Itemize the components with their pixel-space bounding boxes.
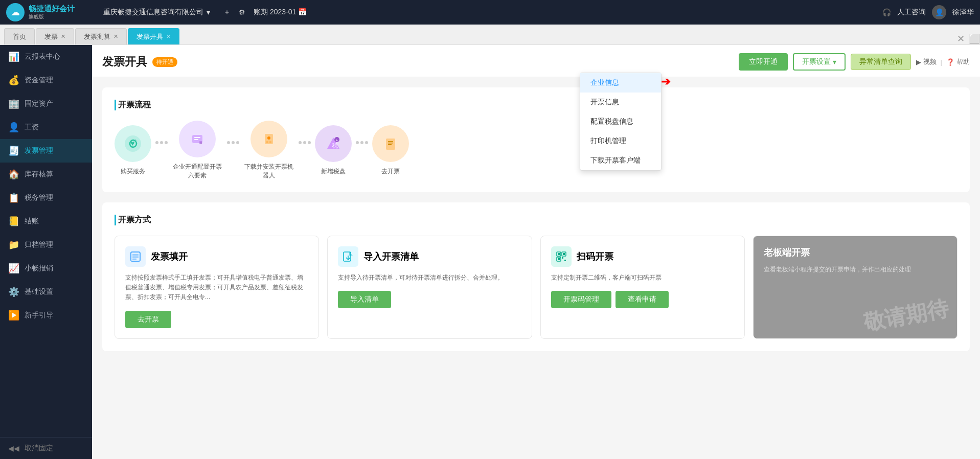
dropdown-item-download[interactable]: 下载开票客户端 (580, 151, 661, 170)
import-button[interactable]: 导入清单 (338, 291, 391, 308)
fill-title: 发票填开 (151, 250, 188, 263)
header-actions: 立即开通 开票设置 ▾ 企业信息 ➔ 开票信息 (739, 53, 970, 71)
accounting-icon: 📒 (8, 216, 19, 227)
tab-open-invoice[interactable]: 发票开具 ✕ (128, 28, 179, 44)
guide-icon: ▶️ (8, 310, 19, 321)
dropdown-item-tax-disk[interactable]: 配置税盘信息 (580, 112, 661, 131)
config-label: 企业开通配置开票六要素 (172, 163, 223, 180)
settings-icon[interactable]: ⚙ (239, 8, 245, 16)
sidebar-bottom: ◀◀ 取消固定 (0, 437, 92, 459)
download-label: 下载并安装开票机器人 (243, 163, 294, 180)
content-area: 发票开具 待开通 立即开通 开票设置 ▾ 企业信息 ➔ (92, 45, 980, 459)
svg-point-8 (267, 136, 270, 140)
sidebar-item-report[interactable]: 📈 小畅报销 (0, 257, 92, 280)
svg-rect-10 (269, 142, 271, 143)
app-name: 畅捷通好会计 (29, 4, 75, 13)
settings-dropdown: 企业信息 ➔ 开票信息 配置税盘信息 打印机管理 下 (580, 73, 662, 171)
sidebar: 📊 云报表中心 💰 资金管理 🏢 固定资产 👤 工资 🧾 发票管理 🏠 库存核算… (0, 45, 92, 459)
sidebar-item-accounting[interactable]: 📒 结账 (0, 210, 92, 233)
sidebar-item-invoice[interactable]: 🧾 发票管理 (0, 139, 92, 163)
tab-invoice[interactable]: 发票 ✕ (36, 28, 74, 44)
sidebar-item-salary[interactable]: 👤 工资 (0, 116, 92, 139)
tax-icon: 📋 (8, 192, 19, 203)
methods-section: 开票方式 (102, 202, 970, 351)
buy-icon: ♥ + (115, 125, 151, 162)
report-icon: 📈 (8, 263, 19, 274)
page-title: 发票开具 (102, 54, 147, 70)
invoice-icon: 🧾 (8, 145, 19, 156)
methods-grid: 发票填开 支持按照发票样式手工填开发票；可开具增值税电子普通发票、增值税普通发票… (115, 236, 958, 339)
import-desc: 支持导入待开票清单，可对待开票清单进行拆分、合并处理。 (338, 273, 521, 283)
close-tab-invoice[interactable]: ✕ (61, 33, 65, 40)
view-apply-button[interactable]: 查看申请 (616, 291, 669, 308)
svg-rect-5 (194, 139, 198, 140)
username: 徐泽华 (952, 8, 974, 17)
logo-icon: ☁ (6, 3, 25, 21)
settings-dropdown-container: 开票设置 ▾ 企业信息 ➔ 开票信息 配置税盘信息 (793, 53, 846, 71)
dropdown-item-invoice-info[interactable]: 开票信息 (580, 93, 661, 112)
help-circle-icon: ❓ (946, 58, 954, 66)
archive-icon: 📁 (8, 239, 19, 250)
arrow-1 (151, 141, 172, 159)
scan-header: 扫码开票 (551, 246, 734, 267)
main-layout: 📊 云报表中心 💰 资金管理 🏢 固定资产 👤 工资 🧾 发票管理 🏠 库存核算… (0, 45, 980, 459)
dropdown-item-company-info[interactable]: 企业信息 ➔ (580, 73, 661, 93)
step-config: ≡ 企业开通配置开票六要素 (172, 121, 223, 180)
close-tab-open-invoice[interactable]: ✕ (166, 33, 171, 40)
sidebar-item-cloud-report[interactable]: 📊 云报表中心 (0, 45, 92, 68)
arrow-indicator: ➔ (661, 75, 670, 88)
tab-home[interactable]: 首页 (4, 28, 35, 44)
video-label[interactable]: 视频 (923, 57, 937, 66)
page-content: 开票流程 ♥ + (92, 77, 980, 459)
avatar: 👤 (932, 5, 946, 19)
scan-title: 扫码开票 (577, 250, 613, 263)
close-tab-estimate[interactable]: ✕ (113, 33, 118, 40)
invoice-go-icon (372, 125, 409, 162)
workflow-steps: ♥ + 购买服务 (115, 121, 958, 180)
sidebar-item-settings[interactable]: ⚙️ 基础设置 (0, 280, 92, 304)
add-button[interactable]: ＋ (223, 8, 231, 17)
calendar-icon[interactable]: 📅 (298, 8, 307, 16)
sidebar-item-tax[interactable]: 📋 税务管理 (0, 186, 92, 210)
svg-rect-18 (388, 144, 392, 145)
svg-rect-16 (388, 141, 393, 142)
svg-rect-30 (558, 258, 560, 260)
tab-bar: 首页 发票 ✕ 发票测算 ✕ 发票开具 ✕ ✕ ⬜ (0, 25, 980, 45)
consult-label[interactable]: 人工咨询 (897, 8, 926, 17)
abnormal-button[interactable]: 异常清单查询 (851, 54, 911, 70)
sidebar-item-fund[interactable]: 💰 资金管理 (0, 68, 92, 92)
boss-header: 老板端开票 (764, 246, 947, 259)
fill-go-button[interactable]: 去开票 (125, 311, 171, 328)
window-controls: ✕ ⬜ (957, 33, 980, 44)
settings-button[interactable]: 开票设置 ▾ (793, 53, 846, 71)
svg-text:税: 税 (332, 142, 338, 149)
close-window[interactable]: ✕ (957, 33, 965, 44)
config-icon: ≡ (179, 121, 216, 157)
video-icon[interactable]: ▶ (916, 58, 921, 66)
method-scan: 扫码开票 支持定制开票二维码，客户端可扫码开票 开票码管理 查看申请 (540, 236, 745, 339)
svg-rect-4 (194, 137, 200, 138)
sidebar-item-unpin[interactable]: ◀◀ 取消固定 (0, 438, 92, 459)
top-actions: ＋ ⚙ 账期 2023-01 📅 (223, 8, 307, 17)
svg-rect-29 (563, 253, 565, 255)
tab-estimate[interactable]: 发票测算 ✕ (75, 28, 127, 44)
sidebar-item-archive[interactable]: 📁 归档管理 (0, 233, 92, 257)
help-label[interactable]: 帮助 (956, 57, 970, 66)
svg-rect-20 (132, 255, 139, 256)
step-tax: 税 + 新增税盘 (315, 125, 352, 176)
maximize-window[interactable]: ⬜ (969, 33, 980, 44)
methods-title: 开票方式 (115, 215, 958, 225)
workflow-title: 开票流程 (115, 100, 958, 110)
company-selector[interactable]: 重庆畅捷交通信息咨询有限公司 ▾ (98, 6, 215, 19)
sidebar-item-asset[interactable]: 🏢 固定资产 (0, 92, 92, 116)
step-buy: ♥ + 购买服务 (115, 125, 151, 176)
sidebar-item-guide[interactable]: ▶️ 新手引导 (0, 304, 92, 327)
activate-button[interactable]: 立即开通 (739, 53, 788, 71)
sidebar-item-inventory[interactable]: 🏠 库存核算 (0, 163, 92, 186)
tax-label: 新增税盘 (321, 167, 346, 176)
dropdown-item-printer[interactable]: 打印机管理 (580, 131, 661, 151)
boss-desc: 查看老板端小程序提交的开票申请，并作出相应的处理 (764, 265, 947, 274)
import-header: 导入开票清单 (338, 246, 521, 267)
svg-text:≡: ≡ (199, 140, 202, 145)
qr-manage-button[interactable]: 开票码管理 (551, 291, 611, 308)
